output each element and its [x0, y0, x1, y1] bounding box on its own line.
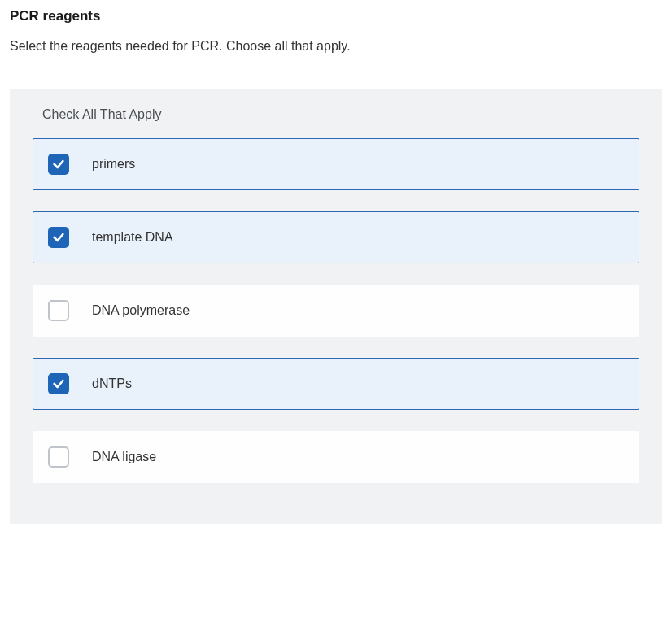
- option-label: template DNA: [92, 230, 173, 245]
- option-label: DNA ligase: [92, 450, 156, 464]
- checkbox[interactable]: [48, 446, 69, 468]
- option-row[interactable]: dNTPs: [33, 358, 639, 410]
- answer-panel: Check All That Apply primerstemplate DNA…: [10, 89, 662, 524]
- check-icon: [52, 377, 65, 390]
- checkbox[interactable]: [48, 154, 69, 175]
- checkbox[interactable]: [48, 227, 69, 248]
- panel-header: Check All That Apply: [10, 89, 662, 138]
- option-label: primers: [92, 157, 135, 172]
- option-row[interactable]: template DNA: [33, 211, 639, 263]
- option-row[interactable]: DNA ligase: [33, 431, 639, 483]
- question-prompt: Select the reagents needed for PCR. Choo…: [10, 39, 662, 54]
- options-list: primerstemplate DNADNA polymerasedNTPsDN…: [10, 138, 662, 517]
- option-label: DNA polymerase: [92, 303, 190, 318]
- check-icon: [52, 158, 65, 171]
- checkbox[interactable]: [48, 373, 69, 394]
- option-row[interactable]: DNA polymerase: [33, 285, 639, 337]
- option-row[interactable]: primers: [33, 138, 639, 190]
- option-label: dNTPs: [92, 376, 132, 391]
- checkbox[interactable]: [48, 300, 69, 321]
- check-icon: [52, 231, 65, 244]
- question-title: PCR reagents: [10, 8, 662, 24]
